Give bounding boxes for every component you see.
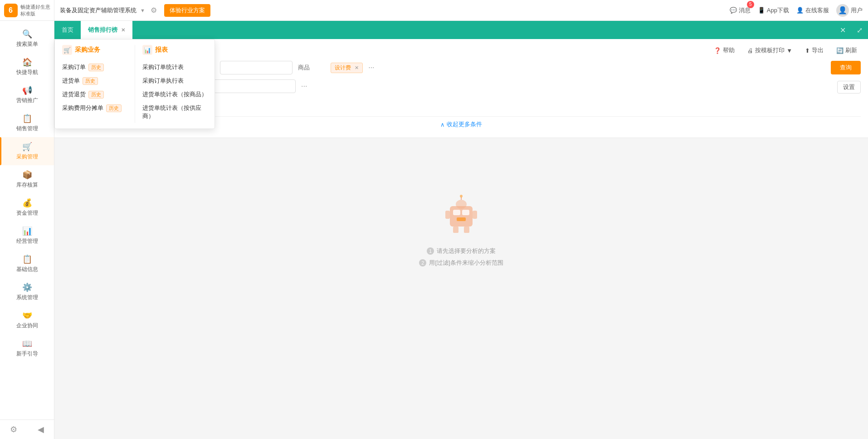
search-menu-label: 搜索菜单 [16,40,38,48]
tabbar-close-button[interactable]: ✕ [834,26,851,35]
export-icon: ⬆ [805,47,810,54]
setting-btn-wrapper: 设置 [837,79,861,94]
help-button[interactable]: ❓ 帮助 [710,44,738,56]
print-label: 按模板打印 [755,46,785,54]
goods-label: 商品 [298,64,325,72]
purchase-col-icon: 🛒 [62,45,72,55]
sales-label: 销售管理 [16,125,38,133]
dropdown-item-delivery-stats-supplier[interactable]: 进货单统计表（按供应商） [142,101,208,123]
dropdown-col-1-label: 采购业务 [75,46,100,54]
bill-status-select[interactable] [220,61,293,74]
query-buttons: 查询 [831,61,861,74]
sidebar-item-basic-info[interactable]: 📋基础信息 [0,250,54,278]
help-icon: ❓ [714,47,721,54]
system-name: 装备及固定资产辅助管理系统 [60,6,137,15]
empty-num-1: 1 [427,247,434,255]
collapse-sidebar-icon[interactable]: ◀ [38,424,44,434]
sidebar-item-sales[interactable]: 📋销售管理 [0,109,54,137]
empty-text-1: 请先选择要分析的方案 [437,247,496,255]
collapse-filter-label: 收起更多条件 [447,120,482,128]
refresh-button[interactable]: 🔄 刷新 [833,44,861,56]
dropdown-item-order-exec[interactable]: 采购订单执行表 [142,74,208,88]
sidebar-item-purchase[interactable]: 🛒采购管理 [0,137,54,165]
search-menu-icon: 🔍 [22,29,32,39]
dropdown-item-return[interactable]: 进货退货 历史 [62,88,127,101]
sidebar-item-marketing[interactable]: 📢营销推广 [0,81,54,109]
quick-nav-label: 快捷导航 [16,69,38,76]
empty-state: 1 请先选择要分析的方案 2 用[过滤]条件来缩小分析范围 [54,138,868,321]
dropdown-item-order-stats[interactable]: 采购订单统计表 [142,60,208,74]
svg-point-10 [460,195,463,197]
topbar-right: 💬 5 消息 📱 App下载 👤 在线客服 👤 用户 [730,4,863,17]
sidebar-item-quick-nav[interactable]: 🏠快捷导航 [0,53,54,81]
purchase-dropdown: 🛒 采购业务 采购订单 历史 进货单 历史 进货退货 历史 采购费用分摊单 历史 [54,39,215,129]
tab-home[interactable]: 首页 [54,21,81,39]
sidebar-item-operation[interactable]: 📊经营管理 [0,222,54,250]
system-icon: ⚙️ [22,282,32,292]
topbar: 装备及固定资产辅助管理系统 ▼ ⚙ 体验行业方案 💬 5 消息 📱 App下载 … [54,0,868,21]
dropdown-item-delivery[interactable]: 进货单 历史 [62,74,127,88]
tab-sales-ranking[interactable]: 销售排行榜 ✕ [81,21,132,39]
sidebar-item-guide[interactable]: 📖新手引导 [0,334,54,362]
svg-rect-0 [450,206,473,227]
sidebar-item-finance[interactable]: 💰资金管理 [0,193,54,222]
empty-hint-2: 2 用[过滤]条件来缩小分析范围 [419,259,503,267]
system-label: 系统管理 [16,294,38,301]
tabbar-expand-button[interactable]: ⤢ [851,26,868,35]
purchase-label: 采购管理 [16,153,38,161]
online-service-label: 在线客服 [805,6,829,15]
operation-label: 经营管理 [16,237,38,245]
svg-rect-7 [464,227,469,233]
phone-icon: 📱 [758,7,765,14]
message-badge: 5 [747,1,754,8]
export-button[interactable]: ⬆ 导出 [801,44,827,56]
salesperson-input[interactable] [205,79,296,93]
message-item[interactable]: 💬 5 消息 [730,6,751,15]
online-service-item[interactable]: 👤 在线客服 [796,6,829,15]
dropdown-col-2-title: 📊 报表 [142,45,208,57]
system-dropdown-arrow[interactable]: ▼ [140,8,145,13]
svg-rect-2 [462,210,469,215]
tab-close-icon[interactable]: ✕ [121,27,125,33]
dropdown-item-purchase-order[interactable]: 采购订单 历史 [62,60,127,74]
setting-button[interactable]: 设置 [837,81,861,94]
sidebar-item-cooperation[interactable]: 🤝企业协同 [0,306,54,334]
hist-badge-return: 历史 [88,91,104,99]
salesperson-more-dots[interactable]: ··· [301,82,307,90]
settings-bottom-icon[interactable]: ⚙ [10,424,17,434]
sidebar-item-inventory[interactable]: 📦库存核算 [0,165,54,193]
sidebar-item-search-menu[interactable]: 🔍搜索菜单 [0,25,54,53]
industry-button[interactable]: 体验行业方案 [164,4,210,17]
dropdown-item-delivery-stats-goods[interactable]: 进货单统计表（按商品） [142,88,208,101]
dropdown-item-cost-alloc[interactable]: 采购费用分摊单 历史 [62,101,127,115]
empty-num-2: 2 [419,259,426,266]
print-dropdown-icon[interactable]: ▼ [786,47,792,54]
guide-icon: 📖 [22,339,32,349]
marketing-icon: 📢 [22,85,32,95]
system-gear-icon[interactable]: ⚙ [151,6,157,15]
toolbar-right: ❓ 帮助 🖨 按模板打印 ▼ ⬆ 导出 🔄 刷新 [710,44,861,56]
empty-illustration [434,192,488,238]
dropdown-col-purchase: 🛒 采购业务 采购订单 历史 进货单 历史 进货退货 历史 采购费用分摊单 历史 [55,45,135,123]
app-download-item[interactable]: 📱 App下载 [758,6,789,15]
sidebar-bottom: ⚙ ◀ [0,419,54,439]
goods-tag-close[interactable]: ✕ [355,65,359,71]
inventory-icon: 📦 [22,170,32,180]
query-button[interactable]: 查询 [831,61,861,74]
dropdown-item-label-delivery: 进货单 [62,77,80,85]
tab-sales-ranking-label: 销售排行榜 [88,26,117,34]
dropdown-item-label-cost-alloc: 采购费用分摊单 [62,104,103,112]
sales-icon: 📋 [22,113,32,123]
print-icon: 🖨 [747,47,753,54]
collapse-arrow-icon: ∧ [440,121,445,128]
hist-badge-cost-alloc: 历史 [106,104,122,112]
basic-info-icon: 📋 [22,254,32,264]
guide-label: 新手引导 [16,350,38,358]
print-button[interactable]: 🖨 按模板打印 ▼ [744,44,796,56]
user-item[interactable]: 👤 用户 [836,4,863,17]
sidebar-item-system[interactable]: ⚙️系统管理 [0,278,54,306]
sidebar-logo: 6 畅捷通好生意 标准版 [0,0,54,21]
goods-more-dots[interactable]: ··· [368,64,374,72]
dropdown-item-label-purchase-order: 采购订单 [62,63,86,71]
cooperation-icon: 🤝 [22,311,32,321]
